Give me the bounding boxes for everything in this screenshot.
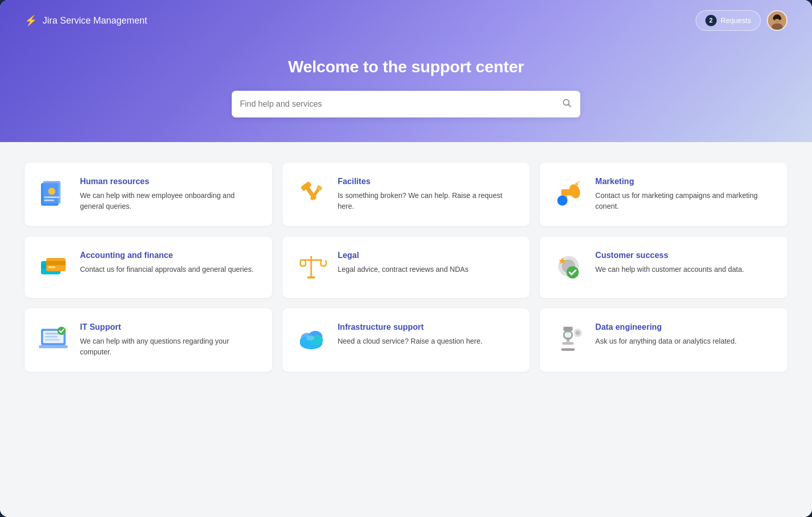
legal-icon (295, 251, 328, 284)
svg-rect-54 (561, 348, 575, 351)
requests-button[interactable]: 2 Requests (696, 10, 761, 31)
cloud-icon (295, 323, 328, 355)
marketing-icon (552, 177, 585, 210)
hero-section: ⚡ Jira Service Management 2 Requests (0, 0, 812, 142)
svg-point-6 (779, 16, 781, 20)
svg-rect-28 (48, 266, 55, 268)
card-title-facilities: Facilites (338, 177, 516, 186)
user-avatar[interactable] (767, 10, 787, 31)
svg-point-56 (565, 332, 571, 337)
card-desc-data: Ask us for anything data or analytics re… (595, 336, 736, 347)
app-container: ⚡ Jira Service Management 2 Requests (0, 0, 812, 517)
svg-point-43 (57, 327, 66, 335)
svg-rect-12 (44, 196, 59, 198)
logo-icon: ⚡ (25, 14, 37, 27)
card-content-legal: Legal Legal advice, contract reviews and… (338, 251, 469, 275)
card-facilities[interactable]: Facilites Is something broken? We can he… (282, 163, 530, 226)
svg-point-58 (576, 331, 580, 335)
card-desc-legal: Legal advice, contract reviews and NDAs (338, 264, 469, 275)
svg-rect-40 (45, 336, 57, 337)
card-title-accounting: Accounting and finance (80, 251, 254, 260)
card-content-infra: Infrastructure support Need a cloud serv… (338, 323, 483, 347)
card-content-marketing: Marketing Contact us for marketing campa… (595, 177, 773, 212)
requests-badge: 2 (705, 15, 717, 26)
svg-point-22 (575, 183, 578, 186)
card-title-legal: Legal (338, 251, 469, 260)
card-desc-it: We can help with any questions regarding… (80, 336, 258, 357)
avatar-image (768, 10, 786, 31)
card-content-hr: Human resources We can help with new emp… (80, 177, 258, 212)
hero-title: Welcome to the support center (25, 57, 787, 76)
svg-point-11 (48, 188, 55, 195)
card-desc-customer: We can help with customer accounts and d… (595, 264, 744, 275)
logo-text: Jira Service Management (43, 15, 147, 26)
customer-icon (552, 251, 585, 284)
card-content-it: IT Support We can help with any question… (80, 323, 258, 357)
card-desc-marketing: Contact us for marketing campaigns and m… (595, 190, 773, 212)
svg-rect-27 (46, 261, 66, 265)
card-legal[interactable]: Legal Legal advice, contract reviews and… (282, 236, 530, 298)
data-icon (552, 323, 585, 355)
main-content: Human resources We can help with new emp… (0, 142, 812, 517)
card-it-support[interactable]: IT Support We can help with any question… (25, 308, 272, 372)
hr-icon (37, 177, 70, 210)
svg-point-23 (578, 181, 580, 183)
card-infrastructure[interactable]: Infrastructure support Need a cloud serv… (282, 308, 530, 372)
card-title-data: Data engineering (595, 323, 736, 332)
svg-point-2 (772, 23, 783, 30)
svg-rect-32 (307, 276, 315, 279)
navbar: ⚡ Jira Service Management 2 Requests (25, 0, 787, 41)
card-title-infra: Infrastructure support (338, 323, 483, 332)
search-bar (232, 91, 580, 117)
facilities-icon (295, 177, 328, 210)
card-accounting[interactable]: Accounting and finance Contact us for fi… (25, 236, 272, 298)
card-content-customer: Customer success We can help with custom… (595, 251, 744, 275)
card-title-hr: Human resources (80, 177, 258, 186)
search-input[interactable] (240, 100, 562, 109)
svg-rect-13 (44, 200, 54, 201)
card-title-customer: Customer success (595, 251, 744, 260)
it-icon (37, 323, 70, 355)
card-desc-infra: Need a cloud service? Raise a question h… (338, 336, 483, 347)
card-title-it: IT Support (80, 323, 258, 332)
logo: ⚡ Jira Service Management (25, 14, 147, 27)
card-desc-facilities: Is something broken? We can help. Raise … (338, 190, 516, 212)
svg-rect-53 (562, 342, 574, 345)
svg-line-8 (569, 104, 571, 107)
search-icon (562, 98, 572, 111)
svg-rect-19 (561, 189, 576, 195)
nav-right: 2 Requests (696, 10, 787, 31)
cards-grid: Human resources We can help with new emp… (25, 163, 787, 372)
svg-point-50 (306, 335, 314, 341)
card-title-marketing: Marketing (595, 177, 773, 186)
card-content-data: Data engineering Ask us for anything dat… (595, 323, 736, 347)
svg-rect-41 (45, 339, 59, 341)
card-human-resources[interactable]: Human resources We can help with new emp… (25, 163, 272, 226)
card-data-engineering[interactable]: Data engineering Ask us for anything dat… (540, 308, 787, 372)
card-desc-accounting: Contact us for financial approvals and g… (80, 264, 254, 275)
svg-rect-42 (39, 345, 68, 348)
requests-label: Requests (721, 16, 751, 25)
card-marketing[interactable]: Marketing Contact us for marketing campa… (540, 163, 787, 226)
svg-point-5 (773, 16, 776, 20)
card-customer-success[interactable]: Customer success We can help with custom… (540, 236, 787, 298)
card-desc-hr: We can help with new employee onboarding… (80, 190, 258, 212)
card-content-accounting: Accounting and finance Contact us for fi… (80, 251, 254, 275)
svg-point-21 (557, 195, 567, 206)
card-content-facilities: Facilites Is something broken? We can he… (338, 177, 516, 212)
finance-icon (37, 251, 70, 284)
